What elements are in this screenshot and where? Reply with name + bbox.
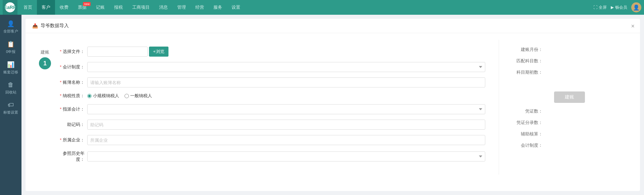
close-button[interactable]: × [631,23,635,30]
tax-type-label: * 纳税性质： [58,93,85,99]
accounting-system-row: * 会计制度： [58,62,485,72]
sidebar-label-tag: 标签设置 [3,110,18,115]
avatar[interactable]: 👤 [631,2,641,12]
voucher-count-row: 凭证数： [512,108,627,114]
nav-item-business[interactable]: 工商项目 [128,0,154,15]
fullscreen-icon: ⛶ [593,5,597,10]
ledger-name-row: * 账簿名称： [58,77,485,87]
accounting-system-select[interactable] [87,62,485,72]
vip-label: 畅会员 [615,5,627,10]
nav-item-message[interactable]: 消息 [154,0,172,15]
file-select-input[interactable] [87,47,148,57]
card-title: 导爷数据导入 [41,23,69,29]
ref-year-select[interactable] [87,151,485,161]
sidebar-label-all-clients: 全部客户 [3,29,18,34]
general-taxpayer-radio[interactable] [125,94,129,98]
file-input-group: +浏览 [87,47,485,57]
ledger-name-label: * 账簿名称： [58,79,85,85]
card: 📥 导爷数据导入 × 建账 1 [26,19,640,191]
nav-item-fee[interactable]: 收费 [55,0,73,15]
jianzhang-month-label: 建账月份： [512,47,543,53]
step-section: 建账 1 * 选择文件： +浏览 [39,47,485,168]
form-body: 建账 1 * 选择文件： +浏览 [26,33,640,181]
sidebar-label-recycle: 回收站 [5,90,16,95]
nav-badge-new: new [83,2,91,6]
aux-accounting-row: 辅助核算： [512,131,627,137]
tag-icon: 🏷 [8,102,14,109]
small-taxpayer-option[interactable]: 小规模纳税人 [87,93,119,99]
assign-accountant-row: * 指派会计： [58,104,485,114]
nav-items: 首页 客户 收费 票据 new 记账 报税 工商项目 消息 管理 经营 服务 设… [19,0,593,15]
form-fields: * 选择文件： +浏览 * 会计制度： [58,47,485,168]
assign-accountant-label: * 指派会计： [58,106,85,112]
sidebar-item-declaration[interactable]: 📋 0申报 [0,38,21,57]
accounting-system-label: * 会计制度： [58,64,85,70]
nav-item-client[interactable]: 客户 [37,0,55,15]
nav-item-accounting[interactable]: 记账 [91,0,109,15]
nav-item-manage[interactable]: 管理 [172,0,191,15]
nav-item-home[interactable]: 首页 [19,0,37,15]
required-star: * [60,49,61,54]
subject-initial-row: 科目期初数： [512,69,627,75]
company-label: * 所属企业： [58,137,85,143]
company-input[interactable] [87,135,485,145]
ledger-name-input[interactable] [87,77,485,87]
tax-type-row: * 纳税性质： 小规模纳税人 一般纳税人 [58,93,485,99]
main-content: 📥 导爷数据导入 × 建账 1 [21,15,644,195]
sidebar-item-all-clients[interactable]: 👤 全部客户 [0,17,21,37]
accounting-system-right-label: 会计制度： [512,142,543,148]
fullscreen-btn[interactable]: ⛶ 全屏 [593,5,607,10]
general-taxpayer-label: 一般纳税人 [130,93,152,99]
create-account-button[interactable]: 建账 [554,91,585,103]
layout: 👤 全部客户 📋 0申报 📊 账套迁移 🗑 回收站 🏷 标签设置 📥 导爷数据导… [0,15,644,195]
subject-initial-label: 科目期初数： [512,69,543,75]
voucher-entry-label: 凭证分录数： [512,120,543,126]
declaration-icon: 📋 [7,41,14,48]
migration-icon: 📊 [7,61,14,68]
match-subject-label: 匹配科目数： [512,58,543,64]
assign-accountant-select[interactable] [87,104,485,114]
small-taxpayer-label: 小规模纳税人 [93,93,119,99]
aux-accounting-label: 辅助核算： [512,131,543,137]
ref-year-label: 参照历史年度： [58,150,85,162]
vip-icon: ▶ [611,5,614,10]
form-right: 建账月份： 匹配科目数： 科目期初数： 建账 [499,40,640,175]
recycle-icon: 🗑 [8,81,14,88]
top-nav: EaRP 首页 客户 收费 票据 new 记账 报税 工商项目 消息 管理 经营… [0,0,644,15]
voucher-entry-row: 凭证分录数： [512,120,627,126]
browse-button[interactable]: +浏览 [149,47,168,57]
voucher-count-label: 凭证数： [512,108,543,114]
file-select-label: * 选择文件： [58,49,85,55]
company-row: * 所属企业： [58,135,485,145]
jianzhang-month-row: 建账月份： [512,47,627,53]
card-import-icon: 📥 [32,23,38,28]
accounting-system-right-row: 会计制度： [512,142,627,148]
memo-code-label: 助记码： [58,122,85,128]
nav-item-ticket[interactable]: 票据 new [73,0,91,15]
tax-type-radio-group: 小规模纳税人 一般纳税人 [87,93,485,99]
logo-area: EaRP [3,0,17,15]
vip-btn[interactable]: ▶ 畅会员 [611,5,627,10]
nav-item-tax[interactable]: 报税 [109,0,128,15]
memo-code-input[interactable] [87,120,485,130]
nav-item-settings[interactable]: 设置 [227,0,245,15]
card-header: 📥 导爷数据导入 [26,19,640,33]
nav-item-service[interactable]: 服务 [209,0,227,15]
nav-right: ⛶ 全屏 ▶ 畅会员 👤 [593,2,641,12]
match-subject-row: 匹配科目数： [512,58,627,64]
file-select-row: * 选择文件： +浏览 [58,47,485,57]
form-left: 建账 1 * 选择文件： +浏览 [26,40,499,175]
sidebar-label-declaration: 0申报 [6,49,15,54]
sidebar-item-recycle[interactable]: 🗑 回收站 [0,79,21,97]
sidebar-item-tag-settings[interactable]: 🏷 标签设置 [0,99,21,118]
sidebar-label-migration: 账套迁移 [3,70,18,75]
sidebar-item-account-migration[interactable]: 📊 账套迁移 [0,58,21,77]
small-taxpayer-radio[interactable] [87,94,92,98]
sidebar: 👤 全部客户 📋 0申报 📊 账套迁移 🗑 回收站 🏷 标签设置 [0,15,21,195]
step-label: 建账 [41,47,49,55]
nav-item-operation[interactable]: 经营 [191,0,209,15]
general-taxpayer-option[interactable]: 一般纳税人 [125,93,152,99]
step-badge: 1 [39,57,51,69]
person-icon: 👤 [7,20,14,27]
fullscreen-label: 全屏 [599,5,607,10]
